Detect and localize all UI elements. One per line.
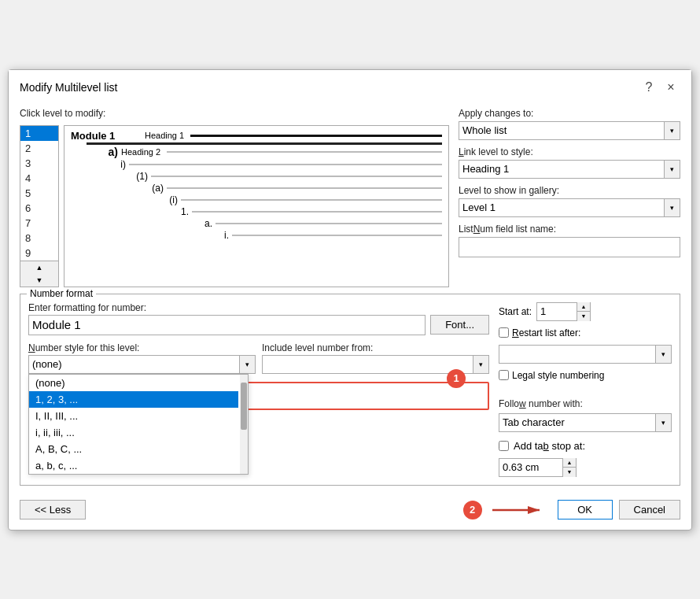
legal-style-label: Legal style numbering (512, 370, 604, 381)
restart-list-arrow[interactable]: ▾ (655, 346, 671, 363)
level-item-3[interactable]: 3 (20, 156, 58, 171)
listnum-group: ListNum field list name: (459, 224, 680, 257)
dialog-body: Click level to modify: 1 2 3 4 5 6 7 8 (9, 102, 691, 530)
level-item-2[interactable]: 2 (20, 141, 58, 156)
restart-list-label: Restart list after: (512, 327, 580, 338)
link-level-select[interactable]: Heading 1 (459, 161, 664, 178)
level-gallery-label: Level to show in gallery: (459, 185, 680, 196)
popup-scroll-track (240, 375, 248, 474)
preview-line-8 (192, 211, 442, 213)
link-level-label: Link level to style: (459, 146, 680, 157)
follow-number-select[interactable]: Tab character (499, 414, 655, 431)
level-gallery-arrow[interactable]: ▾ (664, 199, 680, 216)
legal-style-row: Legal style numbering (499, 370, 672, 381)
link-level-arrow[interactable]: ▾ (664, 161, 680, 178)
popup-item-abc-upper[interactable]: A, B, C, ... (29, 441, 238, 457)
badge-1-text: 1 (453, 372, 459, 384)
level-list-items: 1 2 3 4 5 6 7 8 9 (20, 126, 58, 261)
help-button[interactable]: ? (639, 78, 658, 97)
restart-list-dropdown[interactable]: ▾ (499, 345, 672, 364)
number-style-select[interactable]: (none) (29, 356, 239, 373)
font-button[interactable]: Font... (430, 315, 489, 335)
level-item-8[interactable]: 8 (20, 231, 58, 246)
level-item-5[interactable]: 5 (20, 186, 58, 201)
add-tab-stop-checkbox[interactable] (499, 441, 509, 451)
level-scroll-down[interactable]: ▼ (20, 274, 58, 287)
restart-list-checkbox[interactable] (499, 327, 509, 338)
include-level-arrow[interactable]: ▾ (473, 356, 488, 373)
number-style-arrow[interactable]: ▾ (239, 356, 255, 373)
level-gallery-select[interactable]: Level 1 (459, 199, 664, 216)
apply-changes-select[interactable]: Whole list (459, 122, 664, 139)
title-bar: Modify Multilevel list ? × (9, 70, 691, 102)
tab-stop-input[interactable] (499, 459, 562, 476)
tab-stop-down[interactable]: ▼ (563, 468, 576, 477)
popup-item-roman-lower[interactable]: i, ii, iii, ... (29, 424, 238, 441)
level-item-1[interactable]: 1 (20, 126, 58, 141)
follow-number-group: Follow number with: Tab character ▾ (499, 398, 672, 432)
preview-row-3: a) Heading 2 (94, 146, 442, 158)
number-style-container: Number style for this level: (none) ▾ (28, 342, 256, 374)
less-button[interactable]: << Less (20, 500, 86, 520)
number-style-dropdown[interactable]: (none) ▾ (28, 355, 256, 374)
preview-row-5: (1) (126, 171, 442, 182)
level-item-9[interactable]: 9 (20, 246, 58, 261)
popup-scroll[interactable] (240, 375, 248, 474)
format-value-input[interactable] (28, 315, 426, 335)
num-format-left: Enter formatting for number: Font... Num… (28, 302, 489, 477)
cancel-button[interactable]: Cancel (619, 500, 680, 520)
add-tab-stop-row: Add tab stop at: (499, 440, 672, 452)
level-scroll-up[interactable]: ▲ (20, 261, 58, 274)
popup-item-none[interactable]: (none) (29, 375, 238, 391)
preview-row-1: Module 1 Heading 1 (71, 130, 442, 142)
start-at-up[interactable]: ▲ (577, 302, 590, 312)
preview-row-7: (i) (157, 194, 442, 205)
right-panel: Apply changes to: Whole list ▾ Link leve… (459, 108, 680, 287)
level-item-4[interactable]: 4 (20, 171, 58, 186)
level-item-6[interactable]: 6 (20, 201, 58, 216)
link-level-dropdown[interactable]: Heading 1 ▾ (459, 160, 680, 179)
ok-button[interactable]: OK (558, 500, 613, 520)
modify-multilevel-dialog: Modify Multilevel list ? × Click level t… (8, 69, 692, 531)
apply-changes-dropdown[interactable]: Whole list ▾ (459, 121, 680, 140)
start-at-input[interactable] (537, 303, 577, 320)
restart-list-select[interactable] (499, 346, 655, 363)
popup-item-roman-upper[interactable]: I, II, III, ... (29, 408, 238, 424)
click-level-label: Click level to modify: (20, 108, 449, 119)
level-gallery-dropdown[interactable]: Level 1 ▾ (459, 198, 680, 217)
popup-item-123[interactable]: 1, 2, 3, ... (29, 391, 238, 408)
link-level-group: Link level to style: Heading 1 ▾ (459, 146, 680, 179)
tab-stop-up[interactable]: ▲ (563, 458, 576, 468)
preview-line-6 (167, 187, 442, 189)
start-at-spinner-btns: ▲ ▼ (577, 302, 590, 321)
tab-stop-spinner: ▲ ▼ (499, 458, 577, 477)
close-button[interactable]: × (661, 78, 680, 97)
follow-number-arrow[interactable]: ▾ (655, 414, 671, 431)
start-at-down[interactable]: ▼ (577, 312, 590, 321)
preview-row-2 (87, 142, 442, 145)
preview-line-9 (216, 223, 442, 224)
enter-formatting-label: Enter formatting for number: (28, 302, 146, 313)
preview-row-9: a. (197, 218, 442, 229)
number-style-label: Number style for this level: (28, 342, 139, 353)
preview-label-6: (a) (142, 183, 164, 194)
include-level-select[interactable] (263, 356, 473, 373)
follow-number-dropdown[interactable]: Tab character ▾ (499, 413, 672, 432)
preview-row-4: i) (110, 159, 442, 170)
level-item-7[interactable]: 7 (20, 216, 58, 231)
preview-line-7 (181, 199, 442, 201)
legal-style-checkbox[interactable] (499, 370, 509, 380)
top-section: Click level to modify: 1 2 3 4 5 6 7 8 (20, 108, 680, 287)
preview-label-1: Module 1 (71, 130, 142, 142)
listnum-label: ListNum field list name: (459, 224, 680, 235)
badge-2: 2 (463, 501, 482, 520)
level-scroll: ▲ ▼ (20, 261, 58, 287)
popup-item-abc-lower[interactable]: a, b, c, ... (29, 457, 238, 474)
preview-label-10: i. (216, 230, 229, 241)
dialog-title: Modify Multilevel list (20, 81, 117, 94)
badge-1: 1 (447, 369, 466, 388)
preview-row-6: (a) (142, 183, 442, 194)
apply-changes-arrow[interactable]: ▾ (664, 122, 680, 139)
listnum-input[interactable] (459, 237, 680, 257)
number-style-popup: (none) 1, 2, 3, ... I, II, III, ... i, i… (28, 374, 249, 475)
